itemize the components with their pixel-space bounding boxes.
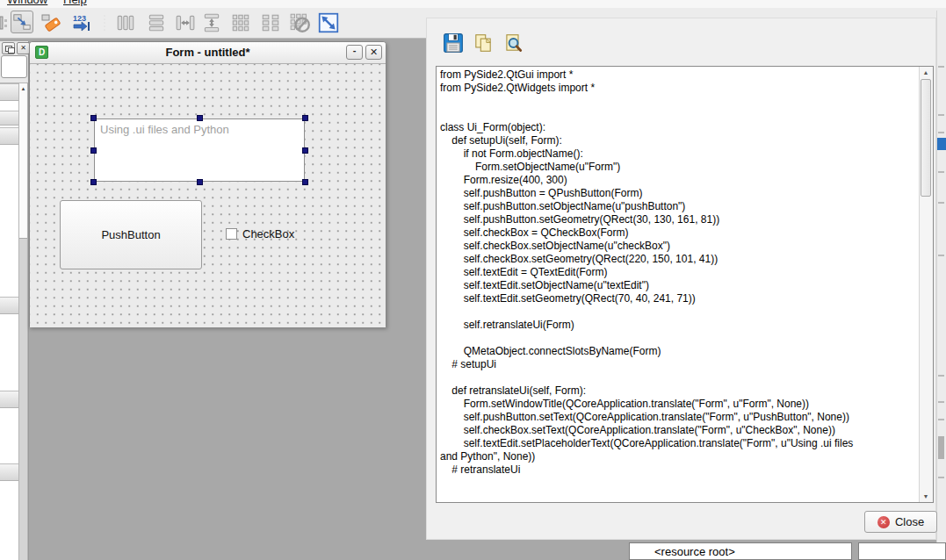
adjust-size-icon	[317, 11, 340, 34]
code-scrollbar-thumb[interactable]	[921, 79, 931, 197]
code-scrollbar[interactable]: ▲ ▼	[919, 67, 933, 502]
layout-vertical-splitter-icon	[201, 12, 222, 33]
code-editor[interactable]: from PySide2.QtGui import * from PySide2…	[436, 66, 934, 503]
form-window-title: Form - untitled*	[30, 46, 386, 59]
widget-box-panel: ✕ ▲	[0, 41, 29, 560]
save-icon	[443, 32, 464, 54]
widget-list[interactable]	[0, 83, 18, 560]
widget-category-header[interactable]	[0, 111, 18, 126]
edit-buddies-icon	[40, 12, 61, 33]
form-window: D Form - untitled* - ✕ Using .ui files a…	[29, 41, 386, 327]
edit-widgets-icon[interactable]	[0, 13, 7, 32]
menu-item-window[interactable]: Window	[7, 0, 47, 6]
layout-horizontally-button[interactable]	[115, 12, 136, 33]
minimize-button[interactable]: -	[346, 45, 363, 60]
textedit-widget[interactable]: Using .ui files and Python	[94, 118, 305, 182]
selected-property-row	[937, 138, 946, 150]
layout-form-button[interactable]	[260, 12, 281, 33]
widgetbox-scrollbar[interactable]: ▲	[18, 83, 28, 560]
layout-horizontally-icon	[115, 12, 136, 33]
scroll-down-button[interactable]: ▼	[920, 491, 932, 502]
selection-handle-n[interactable]	[197, 115, 203, 121]
copy-button[interactable]	[473, 32, 494, 54]
close-icon: ✕	[20, 44, 26, 52]
close-button-label: Close	[895, 515, 924, 528]
copy-icon	[473, 32, 494, 54]
layout-form-icon	[260, 12, 281, 33]
layout-vertically-button[interactable]	[146, 12, 167, 33]
close-panel-button[interactable]: ✕	[17, 42, 30, 54]
resource-browser-panel: <resource root>	[629, 542, 852, 560]
selection-handle-se[interactable]	[302, 179, 308, 185]
scroll-up-button[interactable]: ▲	[920, 67, 932, 78]
textedit-placeholder: Using .ui files and Python	[100, 123, 229, 136]
widgetbox-scrollbar-thumb[interactable]	[19, 238, 27, 560]
widget-category-header[interactable]	[0, 297, 18, 314]
edit-tab-order-icon: 123	[70, 12, 91, 33]
code-text[interactable]: from PySide2.QtGui import * from PySide2…	[437, 67, 933, 478]
selection-handle-w[interactable]	[90, 147, 97, 154]
toolbar-separator	[104, 14, 105, 32]
resource-root-label[interactable]: <resource root>	[654, 545, 735, 558]
widget-filter-input[interactable]	[1, 55, 27, 78]
widget-category-header[interactable]	[0, 83, 18, 101]
layout-grid-button[interactable]	[230, 12, 251, 33]
property-panel-edge	[936, 11, 946, 542]
widget-category-header[interactable]	[0, 463, 18, 481]
widget-category-header[interactable]	[0, 391, 18, 408]
close-circle-icon: ✕	[877, 516, 890, 528]
break-layout-button[interactable]	[289, 12, 310, 33]
adjust-size-button[interactable]	[317, 11, 338, 32]
menu-item-help[interactable]: Help	[63, 0, 87, 6]
form-canvas[interactable]: Using .ui files and Python PushButton Ch…	[30, 64, 386, 327]
property-scrollbar-thumb[interactable]	[938, 436, 944, 459]
selection-handle-s[interactable]	[197, 179, 203, 185]
widget-category-header[interactable]	[0, 127, 18, 145]
layout-vertically-icon	[146, 12, 167, 33]
find-button[interactable]	[502, 32, 524, 54]
selection-handle-ne[interactable]	[302, 115, 308, 121]
layout-horizontal-splitter-icon	[175, 12, 196, 33]
code-preview-dialog: from PySide2.QtGui import * from PySide2…	[426, 18, 936, 540]
layout-horizontal-splitter-button[interactable]	[175, 12, 196, 33]
edit-buddies-button[interactable]	[40, 12, 61, 33]
close-button[interactable]: ✕	[365, 45, 382, 60]
edit-tab-order-button[interactable]: 123	[70, 12, 91, 33]
svg-text:123: 123	[73, 14, 86, 23]
edit-signals-slots-button[interactable]	[11, 11, 33, 33]
form-titlebar[interactable]: D Form - untitled* - ✕	[30, 42, 386, 64]
selection-handle-nw[interactable]	[90, 115, 97, 121]
checkbox-widget[interactable]: CheckBox	[226, 227, 294, 241]
scroll-up-icon[interactable]: ▲	[19, 83, 27, 94]
save-button[interactable]	[443, 32, 464, 54]
float-panel-button[interactable]	[2, 42, 15, 54]
resource-preview-panel	[858, 542, 946, 560]
pushbutton-widget[interactable]: PushButton	[60, 200, 202, 269]
layout-grid-icon	[230, 12, 251, 33]
selection-handle-e[interactable]	[302, 147, 308, 154]
code-preview-toolbar	[443, 32, 524, 54]
menubar: Window Help	[0, 0, 946, 8]
break-layout-icon	[289, 12, 312, 33]
find-icon	[502, 32, 524, 54]
selection-handle-sw[interactable]	[90, 179, 97, 185]
edit-signals-slots-icon	[12, 12, 32, 32]
layout-vertical-splitter-button[interactable]	[201, 12, 222, 33]
checkbox-label: CheckBox	[242, 227, 294, 241]
checkbox-box[interactable]	[226, 228, 237, 240]
close-dialog-button[interactable]: ✕ Close	[864, 511, 937, 533]
